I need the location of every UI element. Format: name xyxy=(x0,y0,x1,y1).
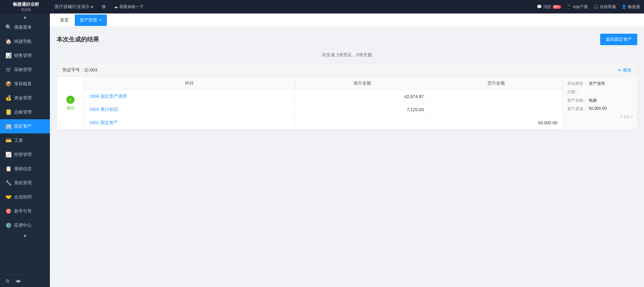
tab-close-icon[interactable]: ✕ xyxy=(99,18,102,22)
brand-subtitle: 普及版 xyxy=(21,7,31,12)
table-row: 1602 累计折旧 7,125.03 xyxy=(84,103,563,116)
header-right: 💬 消息 99+ 📱 App下载 🎧 在线客服 👤 畅捷通 xyxy=(537,4,640,10)
message-label: 消息 xyxy=(543,4,551,10)
company-name: 医疗器械行业演示 xyxy=(55,4,90,10)
pagination[interactable]: < 1/1 > xyxy=(567,115,633,119)
sidebar-item-enterprise[interactable]: 🤝 企业协同 xyxy=(0,190,50,204)
sidebar-item-app-center[interactable]: ⚙️ 应用中心 xyxy=(0,218,50,232)
experience-button[interactable]: ☁ 我要体验一下 xyxy=(111,3,146,10)
side-info-panel: 变动类型： 资产清理 日期： 资产名称： 电脑 资产原值： xyxy=(563,77,637,129)
table-row: 1601 固定资产 50,000.00 xyxy=(84,116,563,129)
sidebar-item-quick-nav[interactable]: 🏠 快捷导航 xyxy=(0,34,50,49)
online-service-action[interactable]: 🎧 在线客服 xyxy=(593,4,616,10)
sidebar-item-payroll[interactable]: 💳 工资 xyxy=(0,133,50,148)
user-avatar-icon: 👤 xyxy=(621,4,626,9)
message-action[interactable]: 💬 消息 99+ xyxy=(537,4,561,10)
sidebar-item-purchase[interactable]: 🛒 采购管理 xyxy=(0,63,50,77)
voucher-header: 凭证字号：记-003 ✏ 修改 xyxy=(57,64,637,77)
online-service-label: 在线客服 xyxy=(600,4,616,10)
date-label: 日期： xyxy=(567,89,587,95)
edit-button[interactable]: ✏ 修改 xyxy=(618,67,632,73)
sidebar-item-fund[interactable]: 💰 资金管理 xyxy=(0,91,50,105)
asset-value-label: 资产原值： xyxy=(567,106,587,112)
sidebar-item-ledger[interactable]: 📒 总账管理 xyxy=(0,105,50,119)
collapse-icon[interactable]: ◀▶ xyxy=(15,279,21,283)
sidebar-bottom: ⚙ ◀▶ xyxy=(0,275,50,287)
sidebar-label-fixed-assets: 固定资产 xyxy=(14,123,32,129)
operations-icon: 📈 xyxy=(5,152,11,158)
ledger-icon: 📒 xyxy=(5,109,11,115)
username-label: 畅捷通 xyxy=(628,4,640,10)
message-icon: 💬 xyxy=(537,4,542,9)
debit-cell-3 xyxy=(295,116,429,129)
payroll-icon: 💳 xyxy=(5,137,11,144)
sidebar-label-operations: 经营管理 xyxy=(14,152,32,158)
result-header: 本次生成的结果 返回固定资产 xyxy=(57,34,637,45)
table-row: 1606 固定资产清理 42,874.97 xyxy=(84,90,563,103)
debit-cell-1: 42,874.97 xyxy=(295,90,429,103)
app-icon: 📱 xyxy=(566,4,572,9)
subject-cell-2: 1602 累计折旧 xyxy=(84,103,295,116)
sidebar-item-search[interactable]: 🔍 搜索菜单 xyxy=(0,20,50,34)
sidebar-label-inventory: 库存核算 xyxy=(14,81,32,87)
sidebar-label-quick-nav: 快捷导航 xyxy=(14,38,32,44)
system-icon: 🔧 xyxy=(5,180,11,186)
page-content: 本次生成的结果 返回固定资产 共生成 1张凭证，0张失败 凭证字号：记-003 … xyxy=(50,27,644,287)
sidebar-label-purchase: 采购管理 xyxy=(14,67,32,73)
asset-name-row: 资产名称： 电脑 xyxy=(567,98,633,103)
message-badge: 99+ xyxy=(553,5,561,9)
sidebar-label-payroll: 工资 xyxy=(14,137,23,144)
sidebar-label-guide: 新手引导 xyxy=(14,208,32,214)
success-label: 成功 xyxy=(66,105,74,111)
inventory-icon: 📦 xyxy=(5,81,11,87)
sidebar-item-inventory[interactable]: 📦 库存核算 xyxy=(0,77,50,91)
tab-home-label: 首页 xyxy=(60,18,69,23)
sidebar: ▲ 🔍 搜索菜单 🏠 快捷导航 📊 销售管理 🛒 采购管理 📦 库存核算 💰 资… xyxy=(0,13,50,287)
app-center-icon: ⚙️ xyxy=(5,222,11,228)
sidebar-item-guide[interactable]: 🎯 新手引导 xyxy=(0,204,50,218)
cloud-icon: ☁ xyxy=(114,4,118,9)
voucher-table: 科目 借方金额 贷方金额 1606 固定资产清理 42,874.97 xyxy=(84,77,563,129)
credit-cell-2 xyxy=(429,103,563,116)
tab-asset-management[interactable]: 资产管理 ✕ xyxy=(75,14,107,26)
sidebar-item-sales[interactable]: 📊 销售管理 xyxy=(0,49,50,63)
page-title: 本次生成的结果 xyxy=(57,35,99,43)
sidebar-label-enterprise: 企业协同 xyxy=(14,194,32,200)
settings-bottom-icon[interactable]: ⚙ xyxy=(5,278,10,284)
col-header-credit: 贷方金额 xyxy=(429,77,563,90)
sidebar-item-operations[interactable]: 📈 经营管理 xyxy=(0,148,50,162)
voucher-card: 凭证字号：记-003 ✏ 修改 ✓ 成功 xyxy=(57,63,637,130)
success-circle-icon: ✓ xyxy=(66,96,74,104)
fund-icon: 💰 xyxy=(5,95,11,101)
change-type-value: 资产清理 xyxy=(589,81,605,87)
sidebar-item-system[interactable]: 🔧 系统管理 xyxy=(0,176,50,190)
brand-area: 畅捷通好业财 普及版 xyxy=(4,1,48,12)
app-download-action[interactable]: 📱 App下载 xyxy=(566,4,588,10)
company-selector[interactable]: 医疗器械行业演示 ▾ xyxy=(52,3,96,10)
sidebar-label-search: 搜索菜单 xyxy=(14,24,32,30)
subject-cell-3: 1601 固定资产 xyxy=(84,116,295,129)
tab-home[interactable]: 首页 xyxy=(55,14,73,26)
sidebar-scroll-down[interactable]: ▼ xyxy=(0,232,50,239)
asset-value-row: 资产原值： 50,000.00 xyxy=(567,106,633,112)
edit-label: 修改 xyxy=(623,67,632,73)
top-header: 畅捷通好业财 普及版 医疗器械行业演示 ▾ ⚙ ☁ 我要体验一下 💬 消息 99… xyxy=(0,0,644,13)
main-layout: ▲ 🔍 搜索菜单 🏠 快捷导航 📊 销售管理 🛒 采购管理 📦 库存核算 💰 资… xyxy=(0,13,644,287)
home-icon: 🏠 xyxy=(5,38,11,44)
sidebar-item-basic-info[interactable]: 📋 基础信息 xyxy=(0,162,50,176)
return-button[interactable]: 返回固定资产 xyxy=(600,34,637,45)
experience-label: 我要体验一下 xyxy=(119,4,144,10)
gear-icon[interactable]: ⚙ xyxy=(100,2,107,11)
voucher-table-wrap: ✓ 成功 科目 借方金额 贷方金额 xyxy=(57,77,637,129)
sidebar-item-fixed-assets[interactable]: 🏢 固定资产 xyxy=(0,119,50,133)
subject-cell-1: 1606 固定资产清理 xyxy=(84,90,295,103)
sales-icon: 📊 xyxy=(5,53,11,59)
user-action[interactable]: 👤 畅捷通 xyxy=(621,4,640,10)
sidebar-label-app-center: 应用中心 xyxy=(14,222,32,228)
sidebar-scroll-up[interactable]: ▲ xyxy=(0,13,50,20)
sidebar-label-fund: 资金管理 xyxy=(14,95,32,101)
asset-name-label: 资产名称： xyxy=(567,98,587,103)
sidebar-label-system: 系统管理 xyxy=(14,180,32,186)
guide-icon: 🎯 xyxy=(5,208,11,214)
enterprise-icon: 🤝 xyxy=(5,194,11,200)
